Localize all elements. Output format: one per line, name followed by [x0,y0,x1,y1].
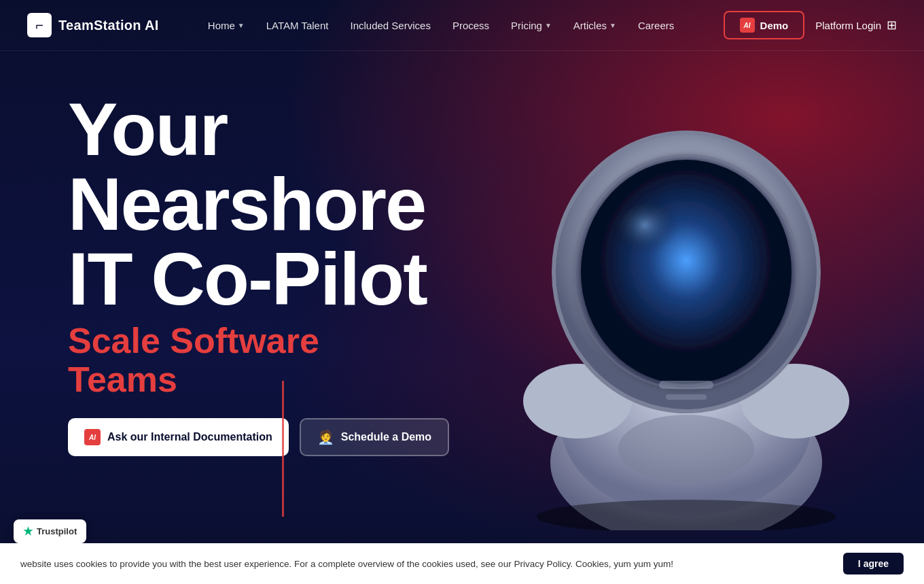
trustpilot-label: Trustpilot [37,526,77,536]
nav-link-process[interactable]: Process [452,20,489,31]
nav-link-careers[interactable]: Careers [638,20,674,31]
nav-item-articles[interactable]: Articles ▼ [573,20,616,31]
nav-links: Home ▼ LATAM Talent Included Services Pr… [208,20,674,31]
hero-buttons: AI Ask our Internal Documentation 🧑‍💼 Sc… [68,418,924,456]
ai-icon-small: AI [84,429,101,445]
nav-item-latam[interactable]: LATAM Talent [266,20,329,31]
hero-section: Your Nearshore IT Co-Pilot Scale Softwar… [0,51,924,456]
nav-item-process[interactable]: Process [452,20,489,31]
decorative-vertical-line [282,381,284,517]
nav-item-pricing[interactable]: Pricing ▼ [511,20,552,31]
nav-item-careers[interactable]: Careers [638,20,674,31]
nav-link-home[interactable]: Home ▼ [208,20,245,31]
logo-icon: ⌐ [27,13,52,37]
internal-docs-button[interactable]: AI Ask our Internal Documentation [68,418,289,456]
cookie-bar: website uses cookies to provide you with… [0,543,924,584]
nav-link-pricing[interactable]: Pricing ▼ [511,20,552,31]
trustpilot-star-icon: ★ [23,525,33,538]
nav-item-home[interactable]: Home ▼ [208,20,245,31]
brand-name: TeamStation AI [58,18,159,33]
nav-actions: AI Demo Platform Login ⊞ [724,11,897,39]
hero-title: Your Nearshore IT Co-Pilot [68,92,924,316]
schedule-demo-button[interactable]: 🧑‍💼 Schedule a Demo [300,418,449,456]
chevron-icon: ▼ [609,22,616,29]
cookie-agree-button[interactable]: I agree [843,553,904,574]
ai-icon: AI [740,18,755,33]
nav-brand: ⌐ TeamStation AI [27,13,159,37]
hero-subtitle: Scale Software Teams [68,322,924,399]
trustpilot-badge[interactable]: ★ Trustpilot [14,519,86,543]
layers-icon: ⊞ [887,18,897,33]
cookie-text: website uses cookies to provide you with… [20,559,673,569]
person-icon: 🧑‍💼 [317,429,334,445]
nav-link-articles[interactable]: Articles ▼ [573,20,616,31]
nav-item-services[interactable]: Included Services [350,20,430,31]
nav-link-latam[interactable]: LATAM Talent [266,20,329,31]
nav-link-services[interactable]: Included Services [350,20,430,31]
chevron-icon: ▼ [545,22,552,29]
platform-login-link[interactable]: Platform Login ⊞ [815,18,897,33]
chevron-icon: ▼ [238,22,245,29]
navbar: ⌐ TeamStation AI Home ▼ LATAM Talent Inc… [0,0,924,51]
demo-button[interactable]: AI Demo [724,11,805,39]
